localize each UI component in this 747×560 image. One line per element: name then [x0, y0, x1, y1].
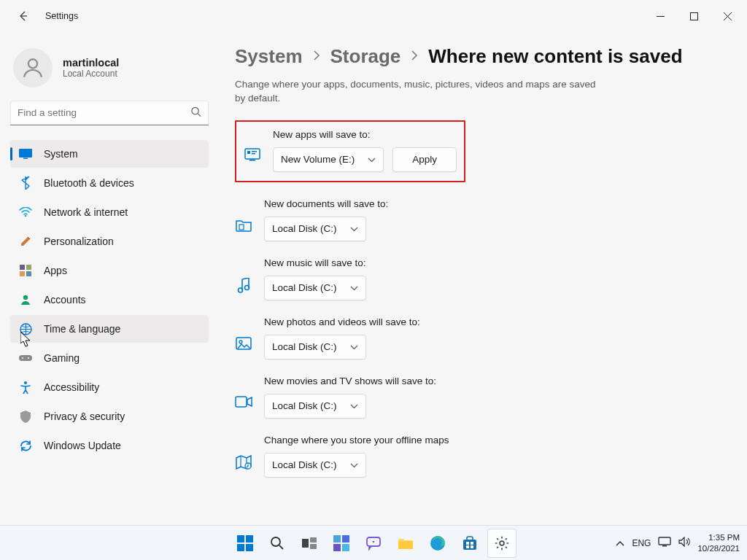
- sidebar-item-label: Accounts: [44, 294, 86, 306]
- svg-point-13: [22, 357, 23, 359]
- svg-rect-38: [333, 544, 341, 551]
- accessibility-icon: [19, 381, 32, 394]
- svg-rect-26: [236, 397, 247, 407]
- dropdown-value: New Volume (E:): [281, 154, 355, 165]
- settings-app[interactable]: [487, 529, 516, 558]
- movies-location-dropdown[interactable]: Local Disk (C:): [264, 394, 366, 419]
- taskbar-chat[interactable]: [359, 529, 388, 558]
- sidebar-item-windows-update[interactable]: Windows Update: [10, 432, 209, 459]
- map-icon: [235, 455, 252, 470]
- arrow-left-icon: [18, 10, 29, 22]
- microsoft-store[interactable]: [455, 529, 484, 558]
- svg-rect-28: [237, 535, 244, 542]
- sidebar-item-accounts[interactable]: Accounts: [10, 286, 209, 314]
- music-location-dropdown[interactable]: Local Disk (C:): [264, 276, 366, 300]
- maximize-button[interactable]: [677, 4, 711, 28]
- minimize-button[interactable]: [643, 4, 677, 28]
- sidebar-item-system[interactable]: System: [10, 140, 209, 168]
- sidebar-item-time-language[interactable]: Time & language: [10, 315, 209, 343]
- sidebar-item-bluetooth[interactable]: Bluetooth & devices: [10, 169, 209, 197]
- apps-location-dropdown[interactable]: New Volume (E:): [273, 147, 384, 172]
- folder-icon: [398, 537, 414, 550]
- start-button[interactable]: [231, 529, 260, 558]
- svg-rect-31: [246, 544, 253, 551]
- taskbar-search[interactable]: [263, 529, 292, 558]
- folder-icon: [235, 219, 252, 232]
- close-icon: [724, 12, 732, 20]
- svg-point-25: [239, 341, 242, 343]
- edge-browser[interactable]: [423, 529, 452, 558]
- tray-volume[interactable]: [678, 537, 690, 549]
- titlebar: Settings: [0, 0, 747, 32]
- gamepad-icon: [19, 351, 32, 365]
- search-box[interactable]: [10, 101, 209, 125]
- windows-logo-icon: [237, 535, 253, 551]
- breadcrumb: System Storage Where new content is save…: [235, 45, 725, 68]
- group-maps: Change where you store your offline maps…: [235, 435, 725, 478]
- gear-icon: [494, 535, 510, 551]
- svg-rect-8: [20, 271, 25, 276]
- sidebar-item-privacy[interactable]: Privacy & security: [10, 402, 209, 430]
- search-input[interactable]: [10, 101, 209, 125]
- breadcrumb-storage[interactable]: Storage: [330, 45, 401, 68]
- svg-rect-9: [26, 271, 31, 276]
- chevron-right-icon: [313, 50, 320, 63]
- music-note-icon: [235, 278, 252, 294]
- monitor-icon: [658, 537, 671, 547]
- back-button[interactable]: [16, 9, 31, 23]
- task-view[interactable]: [295, 529, 324, 558]
- svg-point-32: [271, 537, 280, 546]
- bluetooth-icon: [19, 176, 32, 190]
- breadcrumb-system[interactable]: System: [235, 45, 303, 68]
- dropdown-value: Local Disk (C:): [272, 341, 337, 352]
- tray-overflow[interactable]: [616, 538, 624, 548]
- dropdown-value: Local Disk (C:): [272, 400, 337, 411]
- sidebar-item-label: System: [44, 148, 78, 160]
- photos-location-dropdown[interactable]: Local Disk (C:): [264, 335, 366, 359]
- minimize-icon: [657, 12, 665, 20]
- group-label: New music will save to:: [264, 257, 725, 268]
- sidebar-item-personalization[interactable]: Personalization: [10, 228, 209, 255]
- svg-rect-30: [237, 544, 244, 551]
- svg-rect-0: [690, 12, 697, 20]
- apply-button[interactable]: Apply: [392, 147, 457, 172]
- shield-icon: [19, 410, 32, 423]
- sidebar-item-accessibility[interactable]: Accessibility: [10, 373, 209, 401]
- svg-point-2: [192, 107, 198, 114]
- widgets[interactable]: [327, 529, 356, 558]
- svg-rect-6: [20, 265, 25, 270]
- svg-rect-42: [398, 541, 413, 549]
- apps-icon: [19, 264, 32, 277]
- taskbar-clock[interactable]: 1:35 PM 10/28/2021: [697, 532, 740, 553]
- dropdown-value: Local Disk (C:): [272, 282, 337, 293]
- sidebar-item-label: Accessibility: [44, 381, 99, 393]
- tray-network[interactable]: [658, 537, 671, 549]
- chevron-down-icon: [350, 223, 358, 234]
- account-sub: Local Account: [63, 69, 119, 79]
- sidebar-item-label: Apps: [44, 265, 67, 276]
- documents-location-dropdown[interactable]: Local Disk (C:): [264, 217, 366, 241]
- svg-rect-7: [26, 265, 31, 270]
- sidebar-item-gaming[interactable]: Gaming: [10, 344, 209, 372]
- taskbar[interactable]: ENG 1:35 PM 10/28/2021: [0, 525, 747, 560]
- language-indicator[interactable]: ENG: [632, 538, 651, 548]
- account-block[interactable]: martinlocal Local Account: [13, 48, 209, 88]
- svg-rect-3: [19, 149, 32, 158]
- accounts-icon: [19, 293, 32, 306]
- sidebar-item-apps[interactable]: Apps: [10, 257, 209, 284]
- close-button[interactable]: [711, 4, 744, 28]
- dropdown-value: Local Disk (C:): [272, 459, 337, 470]
- chevron-right-icon: [411, 50, 418, 63]
- sidebar-item-network[interactable]: Network & internet: [10, 198, 209, 226]
- svg-rect-45: [466, 542, 469, 545]
- account-name: martinlocal: [63, 57, 119, 69]
- file-explorer[interactable]: [391, 529, 420, 558]
- task-view-icon: [302, 537, 317, 549]
- maps-location-dropdown[interactable]: Local Disk (C:): [264, 453, 366, 478]
- sidebar-item-label: Time & language: [44, 323, 120, 335]
- chat-icon: [366, 536, 381, 551]
- chevron-down-icon: [368, 154, 376, 165]
- svg-rect-39: [342, 544, 349, 551]
- group-movies: New movies and TV shows will save to: Lo…: [235, 376, 725, 419]
- group-music: New music will save to: Local Disk (C:): [235, 257, 725, 300]
